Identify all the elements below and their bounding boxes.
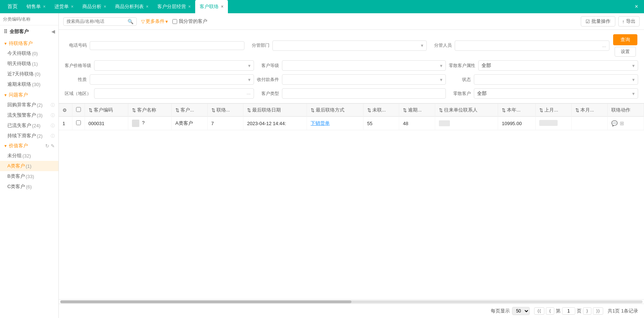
th-code-sort-icon[interactable]: ⇅ [89, 107, 93, 113]
info-icon3: ⓘ [51, 123, 55, 128]
filter-right-actions: ☑ 批量操作 ↑ 导出 [581, 16, 640, 26]
settings-button[interactable]: 设置 [615, 47, 636, 57]
arrow-down-icon2: ▼ [4, 93, 7, 97]
nav-tab-purchase[interactable]: 进货单 × [50, 0, 78, 13]
last-page-btn[interactable]: ⟩⟩ [593, 307, 603, 315]
th-last-contact-method: ⇅ 最后联络方式 [307, 104, 364, 117]
th-checkbox[interactable] [72, 104, 85, 117]
scatter-attr-select[interactable]: 全部 ▾ [478, 60, 638, 71]
cell-current-year: 10995.00 [498, 117, 536, 130]
manager-select[interactable]: ... [455, 40, 609, 51]
nav-tab-analysis[interactable]: 商品分析 × [78, 0, 111, 13]
edit-icon[interactable]: ✎ [51, 143, 55, 149]
nav-home[interactable]: 首页 [3, 0, 22, 13]
sidebar-item-churn-warning[interactable]: 流失预警客户 (3) ⓘ [0, 110, 58, 120]
main-search-icon[interactable]: 🔍 [128, 19, 133, 24]
region-select[interactable]: ··· [94, 88, 254, 99]
nav-tab-customer-contact[interactable]: 客户联络 × [195, 0, 228, 13]
th-lcd-sort-icon[interactable]: ⇅ [247, 107, 251, 113]
message-icon[interactable]: 💬 [611, 120, 618, 126]
filter-department: 分管部门 ▾ [247, 40, 427, 51]
per-page-select[interactable]: 50 [512, 307, 530, 315]
next-page-btn[interactable]: ⟩ [583, 307, 591, 315]
content-area: 🔍 ▽ 更多条件 ▾ 我分管的客户 ☑ 批量操作 ↑ 导出 [59, 13, 644, 318]
close-tab-purchase[interactable]: × [71, 4, 74, 9]
horizontal-scrollbar[interactable] [59, 299, 644, 304]
th-contact-count: ⇅ 联络... [207, 104, 243, 117]
prev-page-btn[interactable]: ⟨ [546, 307, 554, 315]
close-tab-customer-tier[interactable]: × [188, 4, 191, 9]
customer-level-select[interactable]: ▾ [282, 60, 446, 71]
chevron-down-icon: ▾ [165, 19, 168, 24]
sidebar-pending-group[interactable]: ▼ 待联络客户 [0, 38, 58, 48]
export-button[interactable]: ↑ 导出 [618, 16, 640, 26]
row-checkbox[interactable] [76, 120, 81, 125]
th-unit-contacts: ⇅ 往来单位联系人 [435, 104, 498, 117]
nav-tab-sales[interactable]: 销售单 × [22, 0, 50, 13]
nature-select[interactable]: ▾ [90, 74, 254, 85]
scrollbar-track[interactable] [60, 300, 643, 303]
th-lcm-sort-icon[interactable]: ⇅ [311, 107, 315, 113]
th-settings[interactable]: ⚙ [59, 104, 72, 117]
th-uc-sort-icon[interactable]: ⇅ [439, 107, 443, 113]
sidebar-item-repurchase-abnormal[interactable]: 回购异常客户 (2) ⓘ [0, 100, 58, 110]
th-cy-sort-icon[interactable]: ⇅ [502, 107, 506, 113]
main-search-input[interactable] [67, 19, 128, 24]
batch-op-button[interactable]: ☑ 批量操作 [581, 16, 615, 26]
status-select[interactable]: ▾ [474, 74, 638, 85]
sidebar-item-today[interactable]: 今天待联络 (0) [0, 48, 58, 59]
th-cc-sort-icon[interactable]: ⇅ [211, 107, 215, 113]
th-nc-sort-icon[interactable]: ⇅ [367, 107, 371, 113]
th-od-sort-icon[interactable]: ⇅ [403, 107, 407, 113]
qr-icon[interactable]: ⊞ [620, 120, 624, 126]
collapse-icon[interactable]: ◀ [51, 29, 55, 34]
nav-tab-customer-tier[interactable]: 客户分层经营 × [153, 0, 195, 13]
gear-icon[interactable]: ⚙ [62, 107, 67, 113]
close-tab-sales[interactable]: × [43, 4, 46, 9]
chevron-level-icon: ▾ [440, 63, 443, 68]
customer-type-select[interactable] [282, 88, 446, 99]
nav-tab-analysis-list[interactable]: 商品分析列表 × [111, 0, 153, 13]
th-code: ⇅ 客户编码 [85, 104, 128, 117]
sidebar-item-class-c[interactable]: C类客户 (6) [0, 181, 58, 192]
cell-checkbox[interactable] [72, 117, 85, 130]
close-tab-analysis[interactable]: × [104, 4, 106, 9]
sidebar-search-box: 🔍 [0, 13, 58, 25]
sidebar-all-customers[interactable]: ⠿ 全部客户 ◀ [0, 25, 58, 38]
payment-select[interactable]: ▾ [282, 74, 446, 85]
filter-status: 状态 ▾ [449, 74, 638, 85]
th-lm-sort-icon[interactable]: ⇅ [539, 107, 543, 113]
cell-last-contact-method[interactable]: 下销货单 [307, 117, 364, 130]
th-ctype-sort-icon[interactable]: ⇅ [175, 107, 179, 113]
more-conditions-btn[interactable]: ▽ 更多条件 ▾ [141, 18, 168, 25]
close-tab-customer-contact[interactable]: × [221, 4, 223, 9]
sidebar-item-class-a[interactable]: A类客户 (1) [0, 161, 58, 171]
sidebar-search-input[interactable] [3, 17, 58, 22]
my-customers-checkbox[interactable]: 我分管的客户 [172, 18, 207, 25]
department-select[interactable]: ▾ [272, 40, 427, 51]
close-all-tabs[interactable]: × [632, 3, 641, 10]
sidebar-item-tomorrow[interactable]: 明天待联络 (1) [0, 59, 58, 69]
sidebar-item-declining[interactable]: 持续下滑客户 (2) ⓘ [0, 131, 58, 141]
first-page-btn[interactable]: ⟨⟨ [534, 307, 544, 315]
select-all-checkbox[interactable] [76, 107, 81, 112]
cell-name: ? [128, 117, 171, 130]
scrollbar-thumb[interactable] [60, 300, 351, 303]
price-level-select[interactable]: ▾ [94, 60, 254, 71]
page-input[interactable] [562, 307, 575, 315]
sidebar-item-7days[interactable]: 近7天待联络 (0) [0, 69, 58, 79]
th-cm-sort-icon[interactable]: ⇅ [575, 107, 579, 113]
refresh-icon[interactable]: ↻ [45, 143, 49, 149]
chevron-status-icon: ▾ [632, 77, 635, 82]
close-tab-analysis-list[interactable]: × [146, 4, 149, 9]
query-button[interactable]: 查询 [613, 34, 637, 45]
sidebar-item-churned[interactable]: 已流失客户 (24) ⓘ [0, 120, 58, 131]
sidebar-item-overdue[interactable]: 逾期未联络 (30) [0, 79, 58, 89]
th-name-sort-icon[interactable]: ⇅ [132, 107, 136, 113]
sidebar-item-unclassified[interactable]: 未分组 (32) [0, 151, 58, 161]
sidebar-problem-group[interactable]: ▼ 问题客户 [0, 89, 58, 100]
scatter-customer-select[interactable]: 全部 ▾ [474, 88, 638, 99]
phone-input[interactable] [90, 41, 244, 50]
my-customers-check[interactable] [172, 19, 177, 24]
sidebar-item-class-b[interactable]: B类客户 (33) [0, 171, 58, 181]
